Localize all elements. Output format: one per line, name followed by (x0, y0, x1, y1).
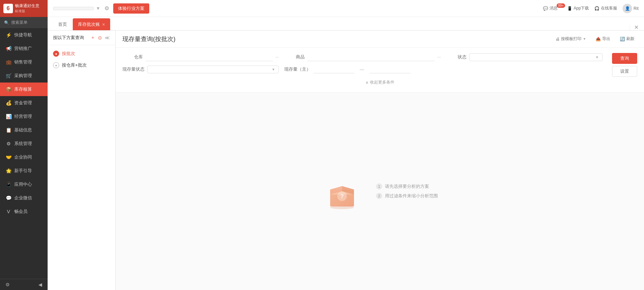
app-center-icon: 📱 (5, 181, 12, 187)
sidebar-item-new-guide[interactable]: 🌟 新手引导 (0, 164, 48, 178)
tab-close-inventory-batch[interactable]: ✕ (102, 22, 105, 27)
marketing-icon: 📢 (5, 46, 12, 52)
export-icon: 📤 (596, 37, 601, 41)
topbar-gear-icon[interactable]: ⚙ (104, 5, 109, 12)
sidebar-footer: ⚙ ◀ (0, 279, 48, 290)
app-logo: 6 (3, 4, 13, 13)
tab-inventory-batch[interactable]: 库存批次账✕ (73, 18, 110, 30)
finance-icon: 💰 (5, 100, 12, 106)
avatar: 👤 (623, 4, 632, 13)
tip-text-1: 请先选择要分析的方案 (385, 183, 429, 189)
sidebar-item-app-center[interactable]: 📱 应用中心 (0, 178, 48, 191)
app-title-area: 畅康通好生意 标准版 (15, 3, 39, 14)
app-name: 畅康通好生意 (15, 3, 39, 9)
add-plan-icon[interactable]: ＋ (90, 35, 95, 41)
warehouse-more-icon[interactable]: ··· (275, 55, 279, 59)
export-btn[interactable]: 📤 导出 (593, 35, 613, 43)
plan-item-by-warehouse-batch[interactable]: ● 按仓库+批次 (48, 59, 115, 71)
tab-label-inventory-batch: 库存批次账 (78, 21, 100, 28)
collapse-panel-icon[interactable]: ≪ (105, 35, 110, 40)
empty-illustration: ? (322, 171, 362, 212)
left-panel-title: 按以下方案查询 (53, 35, 84, 41)
collapse-btn[interactable]: ∧ 收起更多条件 (122, 77, 637, 87)
settings-plan-icon[interactable]: ⊙ (98, 35, 102, 40)
status-select[interactable]: ▼ (469, 53, 603, 61)
online-support-label: 在线客服 (601, 5, 617, 11)
settings-icon[interactable]: ⚙ (5, 282, 10, 287)
stock-qty-max-input[interactable] (370, 65, 410, 73)
settings-button[interactable]: 设置 (612, 66, 637, 77)
svg-point-6 (330, 206, 354, 209)
empty-state: ? 1 请先选择要分析的方案 2 用过滤条件来缩小分析范围 (116, 92, 644, 290)
tab-label-home: 首页 (58, 21, 67, 28)
quick-nav-icon: ⚡ (5, 32, 12, 38)
online-support-btn[interactable]: 🎧 在线客服 (594, 5, 617, 11)
topbar-search-area: ▼ (53, 6, 100, 11)
tip-num-2: 2 (376, 193, 382, 199)
by-batch-label: 按批次 (62, 51, 75, 57)
warehouse-input[interactable] (146, 53, 273, 61)
stock-status-select[interactable]: ▼ (147, 66, 279, 73)
sidebar-item-purchase[interactable]: 🛒 采购管理 (0, 69, 48, 83)
refresh-btn[interactable]: 🔄 刷新 (617, 35, 637, 43)
sidebar-item-inventory[interactable]: 📦 库存核算 (0, 83, 48, 96)
new-guide-icon: 🌟 (5, 168, 12, 174)
enterprise-wechat-label: 企业微信 (14, 195, 32, 201)
warehouse-label: 仓库 (122, 54, 143, 60)
sidebar-item-enterprise-collab[interactable]: 🤝 企业协同 (0, 150, 48, 164)
stock-qty-label: 现存量（主） (284, 66, 311, 72)
basic-label: 基础信息 (14, 127, 32, 133)
stock-status-arrow: ▼ (272, 68, 275, 71)
sales-label: 销售管理 (14, 59, 32, 65)
tip-num-1: 1 (376, 183, 382, 189)
chevron-up-icon: ∧ (366, 80, 369, 85)
trial-btn[interactable]: 体验行业方案 (113, 3, 149, 14)
sidebar-item-system[interactable]: ⚙ 系统管理 (0, 137, 48, 150)
user-name: Rit (633, 6, 639, 11)
sidebar-item-basic[interactable]: 📋 基础信息 (0, 123, 48, 137)
user-area[interactable]: 👤 Rit (623, 4, 639, 13)
left-panel: 按以下方案查询 ＋ ⊙ ≪ ● 按批次 ● 按仓库+批次 (48, 31, 116, 290)
sidebar-item-enterprise-wechat[interactable]: 💬 企业微信 (0, 191, 48, 205)
message-icon: 💬 (543, 6, 548, 11)
messages-btn[interactable]: 💬 消息 99+ (543, 5, 562, 11)
empty-tip-2: 2 用过滤条件来缩小分析范围 (376, 193, 438, 199)
product-label: 商品 (284, 54, 305, 60)
refresh-icon: 🔄 (620, 37, 625, 41)
quick-nav-label: 快捷导航 (14, 32, 32, 38)
sidebar: 6 畅康通好生意 标准版 🔍 搜索菜单 ⚡ 快捷导航 📢 营销推广 💼 销售管理… (0, 0, 48, 290)
close-panel-btn[interactable]: ✕ (634, 25, 639, 30)
sidebar-item-vip[interactable]: V 畅会员 (0, 205, 48, 218)
inventory-label: 库存核算 (14, 86, 32, 92)
product-more-icon[interactable]: ··· (437, 55, 441, 59)
app-download-label: App下载 (574, 5, 589, 11)
app-version: 标准版 (15, 9, 39, 14)
page-title: 现存量查询(按批次) (122, 35, 175, 43)
plan-item-by-batch[interactable]: ● 按批次 (48, 48, 115, 59)
topbar-search-box[interactable] (53, 7, 94, 10)
sidebar-item-marketing[interactable]: 📢 营销推广 (0, 42, 48, 55)
stock-qty-min-input[interactable] (313, 65, 354, 73)
sidebar-item-operations[interactable]: 📊 经营管理 (0, 110, 48, 123)
product-input[interactable] (307, 53, 435, 61)
tab-home[interactable]: 首页 (53, 18, 72, 30)
sidebar-item-finance[interactable]: 💰 资金管理 (0, 96, 48, 110)
purchase-label: 采购管理 (14, 73, 32, 79)
print-btn[interactable]: 🖨 按模板打印 ▼ (553, 35, 589, 43)
stock-status-label: 现存量状态 (122, 66, 145, 72)
topbar-dropdown-icon[interactable]: ▼ (96, 6, 100, 11)
sidebar-item-quick-nav[interactable]: ⚡ 快捷导航 (0, 28, 48, 42)
sidebar-search[interactable]: 🔍 搜索菜单 (0, 17, 48, 28)
export-label: 导出 (602, 36, 610, 42)
app-download-btn[interactable]: 📱 App下载 (567, 5, 589, 11)
finance-label: 资金管理 (14, 100, 32, 106)
collapse-sidebar-icon[interactable]: ◀ (38, 282, 42, 287)
by-warehouse-batch-label: 按仓库+批次 (62, 62, 87, 68)
messages-badge: 99+ (557, 3, 565, 8)
query-button[interactable]: 查询 (612, 53, 637, 64)
vip-icon: V (5, 209, 12, 215)
sidebar-item-sales[interactable]: 💼 销售管理 (0, 55, 48, 69)
by-batch-icon: ● (53, 51, 59, 57)
by-warehouse-batch-icon: ● (53, 62, 59, 68)
print-dropdown-icon: ▼ (583, 37, 586, 41)
